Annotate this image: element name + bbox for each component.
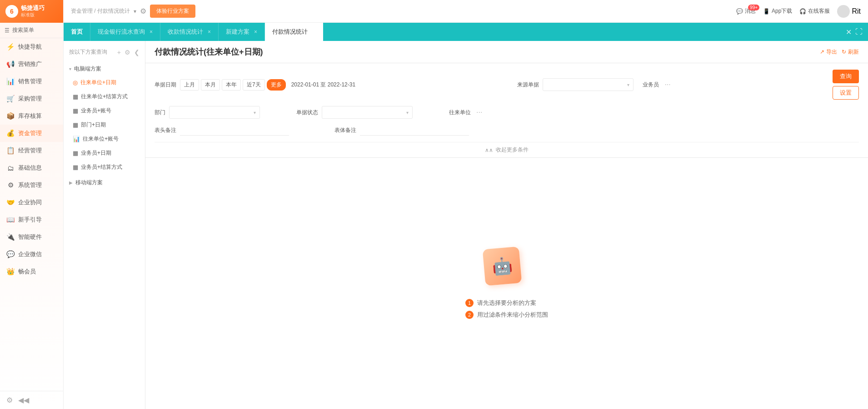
basic-icon: 🗂 [6,164,15,172]
sidebar-item-inventory[interactable]: 📦 库存核算 [0,107,63,125]
sidebar-item-sales[interactable]: 📊 销售管理 [0,73,63,90]
tree-item-partner-date-icon: ◎ [73,79,78,86]
tab-income[interactable]: 收款情况统计 × [160,23,219,41]
filter-counterpart-item: 往来单位 ··· [449,108,482,116]
tab-bank[interactable]: 现金银行流水查询 × [90,23,160,41]
app-icon: 📱 [763,8,770,15]
collapse-icon: ∧∧ [485,147,493,153]
pc-section-title[interactable]: ▾ 电脑端方案 [64,62,145,76]
footer-settings-icon[interactable]: ⚙ [6,396,13,404]
export-icon: ↗ [820,49,824,55]
filter-note-body-input[interactable] [360,125,469,136]
date-btn-7days[interactable]: 近7天 [243,79,265,91]
sidebar-item-hardware[interactable]: 🔌 智能硬件 [0,228,63,246]
tab-bank-close-icon[interactable]: × [150,29,153,35]
tree-item-partner-date[interactable]: ◎ 往来单位+日期 [64,76,145,90]
sidebar-item-finance[interactable]: 💰 资金管理 [0,125,63,142]
mobile-section-title[interactable]: ▶ 移动端方案 [64,176,145,189]
filter-status-label: 单据状态 [296,109,318,116]
sidebar-item-label: 资金管理 [18,129,42,137]
breadcrumb: 资金管理 / 付款情况统计 [71,7,130,15]
tree-item-staff-settle[interactable]: ▦ 业务员+结算方式 [64,160,145,174]
tab-expand-icon[interactable]: ⛶ [855,28,863,36]
sidebar-item-label: 经营管理 [18,146,42,155]
refresh-btn[interactable]: ↻ 刷新 [842,48,859,56]
tab-home-label: 首页 [71,28,83,36]
sidebar-item-operation[interactable]: 📋 经营管理 [0,142,63,159]
right-content: 付款情况统计(往来单位+日期) ↗ 导出 ↻ 刷新 [145,41,868,409]
sidebar-item-quick-nav[interactable]: ⚡ 快捷导航 [0,38,63,56]
collapse-bar[interactable]: ∧∧ 收起更多条件 [155,142,859,157]
sidebar-item-purchase[interactable]: 🛒 采购管理 [0,90,63,107]
tab-home[interactable]: 首页 [64,23,90,41]
filter-dept-input[interactable] [173,109,254,116]
date-btn-last-month[interactable]: 上月 [180,79,199,91]
panel-collapse-icon[interactable]: ❮ [134,49,140,56]
tab-payment-label: 付款情况统计 [272,28,308,36]
sidebar-item-basic[interactable]: 🗂 基础信息 [0,159,63,177]
tree-item-staff-date[interactable]: ▦ 业务员+日期 [64,146,145,160]
filter-source-select-wrap[interactable]: ▾ [543,78,634,91]
sidebar-item-corp[interactable]: 🤝 企业协同 [0,194,63,211]
tab-new-plan[interactable]: 新建方案 × [219,23,265,41]
settings-btn[interactable]: 设置 [833,86,859,100]
date-btn-this-month[interactable]: 本月 [201,79,220,91]
corp-icon: 🤝 [6,198,15,207]
tree-item-partner-account[interactable]: 📊 往来单位+账号 [64,132,145,146]
filter-counterpart-dots[interactable]: ··· [476,108,482,116]
panel-add-icon[interactable]: + [117,49,121,56]
tree-item-staff-settle-icon: ▦ [73,164,78,171]
tab-new-plan-close-icon[interactable]: × [254,29,257,35]
sidebar-item-wechat[interactable]: 💬 企业微信 [0,246,63,263]
user-area[interactable]: Rit [837,5,861,18]
guide-icon: 📖 [6,216,15,224]
sidebar-item-label: 基础信息 [18,164,42,172]
filter-staff-dots[interactable]: ··· [664,81,670,89]
query-btn[interactable]: 查询 [833,70,859,83]
sales-icon: 📊 [6,77,15,86]
filter-area: 单据日期 上月 本月 本年 近7天 更多 2022-01-01 至 2022-1… [145,63,868,158]
app-label: App下载 [772,7,792,15]
panel-config-icon[interactable]: ⚙ [125,49,130,56]
filter-date-label: 单据日期 [155,81,176,89]
date-btn-more[interactable]: 更多 [267,79,286,91]
notice-btn[interactable]: 💬 消息 99+ [736,7,756,15]
tree-item-dept-date[interactable]: ▦ 部门+日期 [64,118,145,132]
tab-income-close-icon[interactable]: × [208,29,211,35]
app-download-btn[interactable]: 📱 App下载 [763,7,792,15]
sidebar-item-member[interactable]: 👑 畅会员 [0,263,63,280]
tab-spacer [323,23,840,41]
footer-collapse-icon[interactable]: ◀◀ [18,396,29,404]
sidebar-logo: 6 畅捷通巧 标准版 [0,0,63,23]
filter-status-select-wrap[interactable]: ▾ [322,106,413,119]
status-dropdown-icon[interactable]: ▾ [406,110,409,115]
tab-payment[interactable]: 付款情况统计 × [265,23,323,41]
breadcrumb-dropdown-icon[interactable]: ▾ [134,8,136,15]
filter-row-2: 部门 ▾ 单据状态 ▾ 往来单位 [155,106,859,119]
filter-status-input[interactable] [326,109,406,116]
tab-close-all-icon[interactable]: ✕ [846,28,852,36]
source-dropdown-icon[interactable]: ▾ [627,82,629,87]
tab-payment-close-icon[interactable]: × [312,29,315,35]
service-label: 在线客服 [808,7,830,15]
sidebar-item-guide[interactable]: 📖 新手引导 [0,211,63,228]
search-menu[interactable]: ☰ 搜索菜单 [0,23,63,38]
export-btn[interactable]: ↗ 导出 [820,48,837,56]
filter-note-head-label: 表头备注 [155,126,176,134]
service-btn[interactable]: 🎧 在线客服 [799,7,830,15]
system-icon: ⚙ [6,181,15,189]
filter-dept-select-wrap[interactable]: ▾ [169,106,260,119]
trial-btn[interactable]: 体验行业方案 [150,5,195,18]
date-btn-this-year[interactable]: 本年 [222,79,241,91]
sidebar-item-label: 企业微信 [18,250,42,258]
topbar-settings-icon[interactable]: ⚙ [140,7,146,15]
tree-item-partner-settle[interactable]: ▦ 往来单位+结算方式 [64,90,145,104]
filter-source-label: 来源单据 [517,81,539,89]
sidebar-item-marketing[interactable]: 📢 营销推广 [0,56,63,73]
filter-note-head-input[interactable] [180,125,289,136]
dept-dropdown-icon[interactable]: ▾ [254,110,256,115]
hint-text-2: 用过滤条件来缩小分析范围 [477,311,548,319]
filter-source-input[interactable] [547,81,627,88]
sidebar-item-system[interactable]: ⚙ 系统管理 [0,177,63,194]
tree-item-staff-account[interactable]: ▦ 业务员+账号 [64,104,145,118]
